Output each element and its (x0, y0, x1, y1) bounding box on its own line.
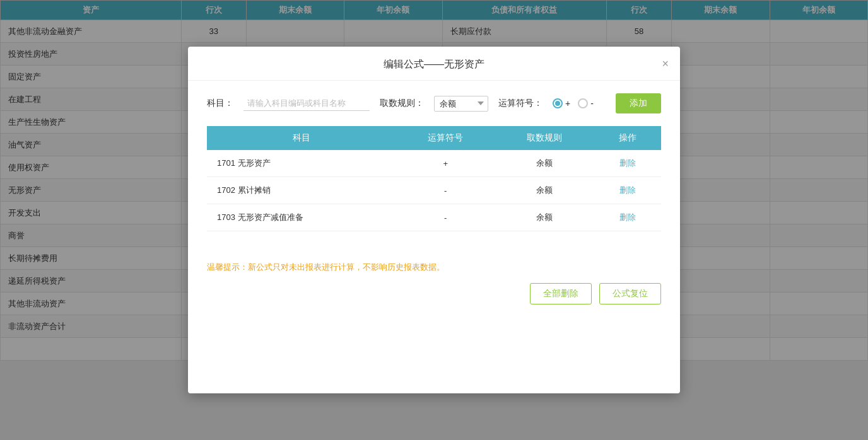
formula-table: 科目 运算符号 取数规则 操作 1701 无形资产+余额删除1702 累计摊销-… (207, 126, 661, 231)
cell-rule: 余额 (495, 204, 594, 231)
subject-label: 科目： (207, 98, 233, 109)
table-header-row: 科目 运算符号 取数规则 操作 (207, 126, 661, 150)
modal-close-button[interactable]: × (662, 58, 669, 69)
cell-rule: 余额 (495, 150, 594, 177)
modal-overlay: 编辑公式——无形资产 × 科目： 取数规则： 余额借方贷方借方累计贷方累计 运算… (0, 0, 868, 440)
th-rule: 取数规则 (495, 126, 594, 150)
modal-title: 编辑公式——无形资产 (384, 58, 484, 71)
th-action: 操作 (594, 126, 661, 150)
delete-link[interactable]: 删除 (619, 185, 636, 195)
operator-radio-group: + - (553, 98, 594, 108)
radio-minus-label: - (590, 98, 594, 108)
radio-plus[interactable]: + (553, 98, 570, 108)
table-row: 1703 无形资产减值准备-余额删除 (207, 204, 661, 231)
table-row: 1702 累计摊销-余额删除 (207, 177, 661, 204)
cell-subject: 1702 累计摊销 (207, 177, 396, 204)
operator-label: 运算符号： (498, 98, 542, 109)
cell-subject: 1701 无形资产 (207, 150, 396, 177)
subject-input[interactable] (243, 96, 370, 111)
delete-all-button[interactable]: 全部删除 (530, 283, 592, 304)
modal-header: 编辑公式——无形资产 × (188, 47, 680, 81)
th-subject: 科目 (207, 126, 396, 150)
cell-subject: 1703 无形资产减值准备 (207, 204, 396, 231)
modal-body: 科目： 取数规则： 余额借方贷方借方累计贷方累计 运算符号： + - (188, 81, 680, 254)
formula-form-row: 科目： 取数规则： 余额借方贷方借方累计贷方累计 运算符号： + - (207, 93, 661, 113)
delete-link[interactable]: 删除 (619, 212, 636, 222)
edit-formula-modal: 编辑公式——无形资产 × 科目： 取数规则： 余额借方贷方借方累计贷方累计 运算… (188, 47, 680, 393)
add-button[interactable]: 添加 (616, 93, 661, 113)
footer-buttons: 全部删除 公式复位 (207, 283, 661, 304)
rule-label: 取数规则： (380, 98, 424, 109)
hint-text: 温馨提示：新公式只对未出报表进行计算，不影响历史报表数据。 (207, 262, 661, 273)
rule-select-wrap: 余额借方贷方借方累计贷方累计 (434, 96, 488, 112)
table-row: 1701 无形资产+余额删除 (207, 150, 661, 177)
modal-footer: 温馨提示：新公式只对未出报表进行计算，不影响历史报表数据。 全部删除 公式复位 (188, 254, 680, 317)
cell-operator: - (396, 204, 495, 231)
radio-minus[interactable]: - (578, 98, 594, 108)
cell-rule: 余额 (495, 177, 594, 204)
delete-link[interactable]: 删除 (619, 158, 636, 168)
cell-operator: + (396, 150, 495, 177)
cell-operator: - (396, 177, 495, 204)
radio-plus-circle (553, 98, 563, 108)
th-operator: 运算符号 (396, 126, 495, 150)
reset-formula-button[interactable]: 公式复位 (599, 283, 661, 304)
radio-plus-label: + (565, 98, 570, 108)
rule-select[interactable]: 余额借方贷方借方累计贷方累计 (434, 96, 488, 112)
radio-minus-circle (578, 98, 588, 108)
